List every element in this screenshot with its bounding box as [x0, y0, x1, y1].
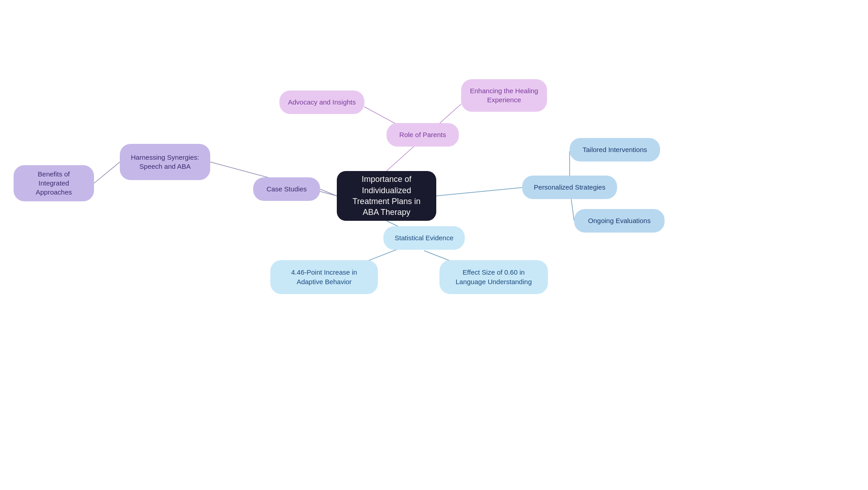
advocacy-node: Advocacy and Insights: [279, 90, 364, 114]
svg-line-2: [320, 189, 337, 196]
effect-size-node: Effect Size of 0.60 in Language Understa…: [439, 260, 548, 294]
svg-line-6: [436, 187, 524, 196]
statistical-node: Statistical Evidence: [383, 226, 465, 250]
enhancing-node: Enhancing the Healing Experience: [461, 79, 547, 112]
tailored-node: Tailored Interventions: [570, 138, 660, 162]
personalized-node: Personalized Strategies: [522, 176, 617, 199]
ongoing-node: Ongoing Evaluations: [574, 209, 665, 233]
role-of-parents-node: Role of Parents: [387, 123, 459, 147]
harnessing-node: Harnessing Synergies: Speech and ABA: [120, 144, 210, 180]
case-studies-node: Case Studies: [253, 177, 320, 201]
center-node: Importance of Individualized Treatment P…: [337, 171, 436, 221]
benefits-node: Benefits of Integrated Approaches: [14, 165, 94, 201]
adaptive-node: 4.46-Point Increase in Adaptive Behavior: [270, 260, 378, 294]
svg-line-1: [94, 162, 120, 183]
